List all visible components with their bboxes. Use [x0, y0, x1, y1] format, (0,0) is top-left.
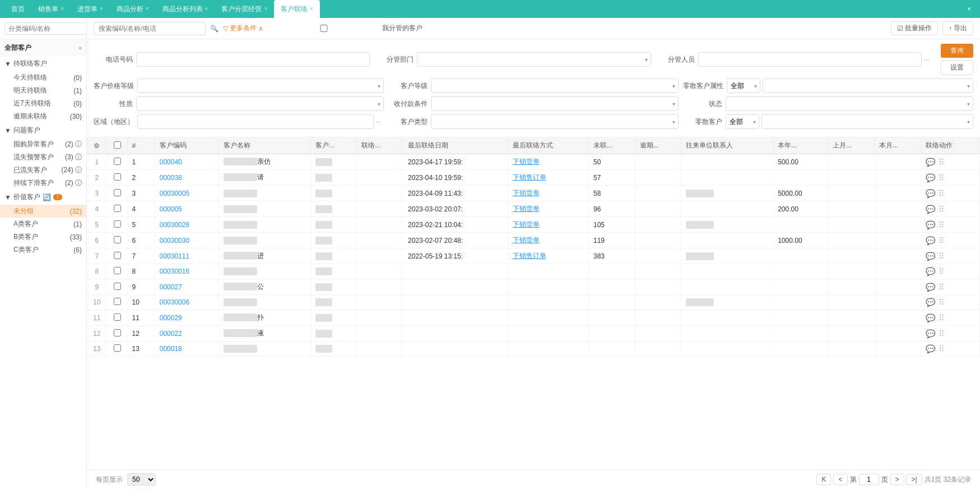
dept-select[interactable] [417, 52, 651, 67]
my-customers-checkbox[interactable]: 我分管的客户 [268, 24, 422, 33]
customer-type-select[interactable] [431, 114, 679, 129]
chat-icon[interactable]: 💬 [926, 220, 935, 229]
col-code[interactable]: 客户编码 [155, 137, 219, 154]
sidebar-item-class-a[interactable]: A类客户 (1) [0, 218, 86, 230]
page-first-btn[interactable]: K [816, 474, 831, 485]
category-search-input[interactable] [4, 22, 87, 35]
chat-icon[interactable]: 💬 [926, 298, 935, 307]
sidebar-item-tomorrow-pending[interactable]: 明天待联络 (1) [0, 84, 86, 97]
grid-icon[interactable]: ⠿ [939, 344, 944, 353]
cell-check[interactable] [107, 264, 127, 279]
col-last-month[interactable]: 上月... [828, 137, 875, 154]
grid-icon[interactable]: ⠿ [939, 283, 944, 292]
col-this-month[interactable]: 本月... [874, 137, 921, 154]
cell-last-way[interactable] [508, 264, 588, 279]
chat-icon[interactable]: 💬 [926, 329, 935, 338]
close-all-icon[interactable]: × [963, 5, 976, 13]
phone-input[interactable] [136, 52, 370, 67]
grid-icon[interactable]: ⠿ [939, 313, 944, 322]
cell-check[interactable] [107, 233, 127, 248]
page-size-select[interactable]: 50 100 [127, 473, 156, 486]
chat-icon[interactable]: 💬 [926, 252, 935, 261]
region-input[interactable] [137, 114, 374, 129]
sidebar-item-loss-warning[interactable]: 流失预警客户 (3) ⓘ [0, 151, 86, 164]
page-input[interactable] [859, 474, 879, 485]
customer-level-select[interactable] [431, 79, 679, 93]
grid-icon[interactable]: ⠿ [939, 205, 944, 214]
sidebar-item-lost[interactable]: 已流失客户 (24) ⓘ [0, 164, 86, 177]
sidebar-item-ungrouped[interactable]: 未分组 (32) [0, 205, 86, 218]
search-btn[interactable]: 🔍 [210, 25, 219, 33]
search-input[interactable] [94, 22, 206, 35]
tab-customer-contact[interactable]: 客户联络 × [274, 0, 320, 18]
price-level-select[interactable] [137, 79, 384, 93]
chat-icon[interactable]: 💬 [926, 158, 935, 167]
retail-customer-prefix-select[interactable]: 全部 [726, 114, 759, 129]
tab-sales[interactable]: 销售单 × [31, 0, 71, 18]
cell-check[interactable] [107, 310, 127, 326]
cell-check[interactable] [107, 326, 127, 342]
payment-select[interactable] [431, 96, 679, 111]
pending-contact-group[interactable]: ▼ 待联络客户 [0, 56, 86, 71]
col-overdue[interactable]: 逾期... [635, 137, 681, 154]
grid-icon[interactable]: ⠿ [939, 220, 944, 229]
retail-customer-select[interactable] [761, 114, 973, 129]
cell-last-way[interactable] [508, 326, 588, 342]
cell-last-way[interactable]: 下销售订单 [508, 248, 588, 264]
tab-product-analysis-list[interactable]: 商品分析列表 × [156, 0, 215, 18]
grid-icon[interactable]: ⠿ [939, 236, 944, 245]
close-icon[interactable]: × [264, 0, 267, 18]
grid-icon[interactable]: ⠿ [939, 158, 944, 167]
col-name[interactable]: 客户名称 [219, 137, 310, 154]
nature-select[interactable] [136, 96, 384, 111]
grid-icon[interactable]: ⠿ [939, 173, 944, 182]
problem-customer-group[interactable]: ▼ 问题客户 [0, 123, 86, 138]
select-all-checkbox[interactable] [107, 137, 127, 154]
page-next-btn[interactable]: > [890, 474, 904, 485]
manager-input[interactable] [698, 52, 922, 67]
sidebar-item-hoarding-anomaly[interactable]: 囤购异常客户 (2) ⓘ [0, 138, 86, 151]
status-select[interactable] [726, 96, 973, 111]
col-last-way[interactable]: 最后联络方式 [508, 137, 588, 154]
cell-check[interactable] [107, 248, 127, 264]
cell-last-way[interactable]: 下销货单 [508, 201, 588, 217]
close-icon[interactable]: × [100, 0, 103, 18]
cell-last-way[interactable] [508, 295, 588, 310]
col-type[interactable]: 客户... [310, 137, 357, 154]
col-not-contact[interactable]: 未联... [588, 137, 635, 154]
sidebar-item-class-c[interactable]: C类客户 (6) [0, 243, 86, 256]
sidebar-item-declining[interactable]: 持续下滑客户 (2) ⓘ [0, 177, 86, 190]
chat-icon[interactable]: 💬 [926, 189, 935, 198]
home-tab[interactable]: 首页 [4, 4, 31, 14]
col-unit[interactable]: 往来单位联系人 [681, 137, 773, 154]
grid-icon[interactable]: ⠿ [939, 267, 944, 276]
manager-more-btn[interactable]: ··· [922, 56, 932, 63]
cell-check[interactable] [107, 295, 127, 310]
sidebar-item-overdue-pending[interactable]: 逾期未联络 (30) [0, 110, 86, 123]
col-contact[interactable]: 联络... [357, 137, 403, 154]
chat-icon[interactable]: 💬 [926, 205, 935, 214]
close-icon[interactable]: × [61, 0, 64, 18]
collapse-icon[interactable]: « [78, 45, 82, 51]
cell-last-way[interactable]: 下销货单 [508, 186, 588, 201]
retail-attr-prefix-select[interactable]: 全部 [727, 79, 760, 93]
cell-check[interactable] [107, 279, 127, 295]
reset-button[interactable]: 设置 [941, 60, 973, 75]
cell-last-way[interactable]: 下销货单 [508, 154, 588, 170]
sidebar-item-7days-pending[interactable]: 近7天待联络 (0) [0, 97, 86, 110]
chat-icon[interactable]: 💬 [926, 344, 935, 353]
tab-customer-segment[interactable]: 客户分层经营 × [215, 0, 274, 18]
grid-icon[interactable]: ⠿ [939, 298, 944, 307]
more-conditions-btn[interactable]: ▽ 更多条件 ∧ [223, 24, 263, 33]
tab-purchase[interactable]: 进货单 × [71, 0, 110, 18]
grid-icon[interactable]: ⠿ [939, 329, 944, 338]
close-icon[interactable]: × [310, 0, 313, 18]
export-btn[interactable]: ↑ 导出 [942, 21, 973, 35]
col-this-year[interactable]: 本年... [773, 137, 828, 154]
cell-last-way[interactable]: 下销货单 [508, 233, 588, 248]
chat-icon[interactable]: 💬 [926, 173, 935, 182]
value-customer-group[interactable]: ▼ 价值客户 🔄 ! [0, 190, 86, 205]
col-last-date[interactable]: 最后联络日期 [403, 137, 508, 154]
cell-check[interactable] [107, 170, 127, 186]
grid-icon[interactable]: ⠿ [939, 189, 944, 198]
